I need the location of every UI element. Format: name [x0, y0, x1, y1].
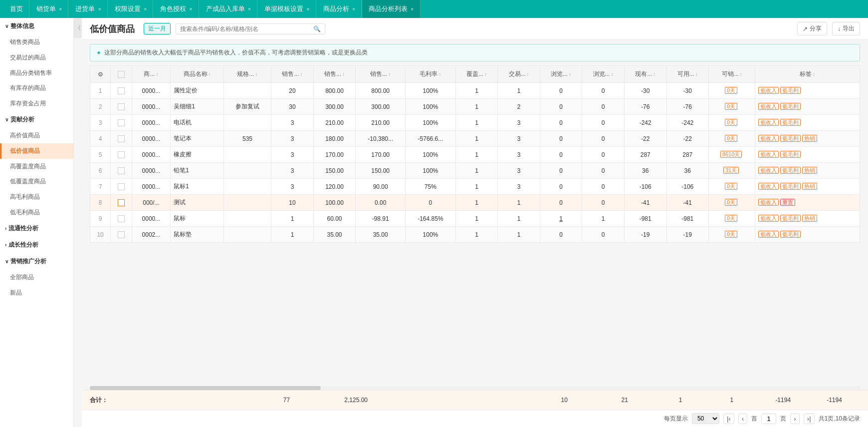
- sidebar-item-low-coverage[interactable]: 低覆盖度商品: [0, 174, 73, 189]
- sidebar-group-marketing[interactable]: ∨ 营销推广分析: [0, 253, 73, 270]
- th-curr[interactable]: 现有...↕: [624, 66, 666, 83]
- prev-page-btn[interactable]: ‹: [738, 414, 747, 424]
- tag: 低收入: [758, 231, 779, 238]
- row-checkbox[interactable]: [118, 151, 125, 158]
- nav-purchase[interactable]: 进货单 ×: [69, 0, 107, 18]
- th-name[interactable]: 商品名称↕: [171, 66, 223, 83]
- nav-products[interactable]: 产成品入库单 ×: [200, 0, 257, 18]
- first-page-btn[interactable]: |‹: [723, 414, 734, 424]
- nav-close-roles[interactable]: ×: [189, 6, 192, 12]
- export-icon: ↓: [838, 25, 841, 32]
- per-page-select[interactable]: 50 100 200: [692, 413, 719, 424]
- row-checkbox[interactable]: [118, 231, 125, 238]
- nav-roles[interactable]: 角色授权 ×: [154, 0, 199, 18]
- th-spec[interactable]: 规格...↕: [223, 66, 271, 83]
- sidebar-group-overall[interactable]: ∨ 整体信息: [0, 18, 73, 34]
- table-row: 5 0000... 橡皮擦 3 170.00 170.00 100% 1 3 0…: [90, 147, 860, 163]
- td-checkbox[interactable]: [111, 147, 132, 163]
- row-checkbox[interactable]: [118, 167, 125, 174]
- next-page-btn[interactable]: ›: [790, 414, 799, 424]
- browse1-link[interactable]: 1: [559, 215, 563, 222]
- th-sale[interactable]: 可销...↕: [709, 66, 755, 83]
- sidebar-item-in-stock[interactable]: 有库存的商品: [0, 80, 73, 96]
- date-tag-btn[interactable]: 近一月: [144, 23, 171, 34]
- th-s2[interactable]: 销售...↕: [313, 66, 356, 83]
- td-curr: -242: [624, 115, 666, 131]
- nav-templates[interactable]: 单据模板设置 ×: [258, 0, 316, 18]
- sidebar-item-stock-capital[interactable]: 库存资金占用: [0, 96, 73, 111]
- nav-close-products[interactable]: ×: [248, 6, 251, 12]
- nav-permissions[interactable]: 权限设置 ×: [109, 0, 153, 18]
- sidebar-item-low-value[interactable]: 低价值商品: [0, 143, 73, 159]
- row-checkbox[interactable]: [118, 199, 125, 206]
- th-settings[interactable]: ⚙: [90, 66, 111, 83]
- td-checkbox[interactable]: [111, 227, 132, 243]
- td-gm: 100%: [406, 147, 456, 163]
- th-s3[interactable]: 销售...↕: [356, 66, 406, 83]
- td-cov: 1: [455, 227, 498, 243]
- nav-analysis-list[interactable]: 商品分析列表 ×: [363, 0, 420, 18]
- nav-close-permissions[interactable]: ×: [144, 6, 147, 12]
- export-btn[interactable]: ↓ 导出: [832, 22, 860, 35]
- td-checkbox[interactable]: [111, 131, 132, 147]
- th-br2[interactable]: 浏览...↕: [582, 66, 625, 83]
- sidebar-item-high-margin[interactable]: 高毛利商品: [0, 189, 73, 205]
- row-checkbox[interactable]: [118, 183, 125, 190]
- td-checkbox[interactable]: [111, 195, 132, 211]
- td-checkbox[interactable]: [111, 179, 132, 195]
- sidebar-group-circulation[interactable]: › 流通性分析: [0, 220, 73, 237]
- th-s1[interactable]: 销售...↕: [271, 66, 314, 83]
- th-br1[interactable]: 浏览...↕: [540, 66, 582, 83]
- th-cov[interactable]: 覆盖...↕: [455, 66, 498, 83]
- th-checkbox[interactable]: [111, 66, 132, 83]
- row-checkbox[interactable]: [118, 119, 125, 126]
- nav-close-templates[interactable]: ×: [306, 6, 309, 12]
- sidebar-item-all[interactable]: 全部商品: [0, 270, 73, 285]
- th-avail[interactable]: 可用...↕: [666, 66, 709, 83]
- browse1-val: 0: [559, 135, 563, 142]
- nav-analysis[interactable]: 商品分析 ×: [317, 0, 362, 18]
- td-curr: -41: [624, 195, 666, 211]
- row-checkbox[interactable]: [118, 135, 125, 142]
- sidebar-item-new[interactable]: 新品: [0, 285, 73, 301]
- search-input[interactable]: [180, 25, 311, 32]
- sidebar-item-category-rate[interactable]: 商品分类销售率: [0, 65, 73, 81]
- row-checkbox[interactable]: [118, 103, 125, 110]
- sidebar-collapse-btn[interactable]: 《: [74, 18, 82, 38]
- share-btn[interactable]: ↗ 分享: [797, 22, 827, 35]
- sidebar-item-traded[interactable]: 交易过的商品: [0, 50, 73, 65]
- td-checkbox[interactable]: [111, 163, 132, 179]
- td-checkbox[interactable]: [111, 211, 132, 227]
- row-checkbox[interactable]: [118, 215, 125, 222]
- td-code: 0000...: [132, 179, 171, 195]
- td-checkbox[interactable]: [111, 99, 132, 115]
- sidebar-item-high-value[interactable]: 高价值商品: [0, 128, 73, 143]
- th-gm[interactable]: 毛利率↕: [406, 66, 456, 83]
- last-page-btn[interactable]: ›|: [804, 414, 815, 424]
- sidebar-item-sales-products[interactable]: 销售类商品: [0, 34, 73, 50]
- nav-sales[interactable]: 销货单 ×: [30, 0, 68, 18]
- day-tag: 0天: [725, 103, 737, 110]
- scroll-bar[interactable]: [90, 386, 321, 390]
- th-tags[interactable]: 标签↕: [755, 66, 860, 83]
- table-row: 6 0000... 铅笔1 3 150.00 150.00 100% 1 3 0…: [90, 163, 860, 179]
- sidebar-group-contribution[interactable]: ∨ 贡献分析: [0, 111, 73, 128]
- nav-close-purchase[interactable]: ×: [98, 6, 101, 12]
- th-trans[interactable]: 交易...↕: [498, 66, 540, 83]
- td-checkbox[interactable]: [111, 115, 132, 131]
- nav-close-sales[interactable]: ×: [59, 6, 62, 12]
- row-checkbox[interactable]: [118, 87, 125, 94]
- sidebar-item-high-coverage[interactable]: 高覆盖度商品: [0, 159, 73, 174]
- nav-close-analysis[interactable]: ×: [352, 6, 355, 12]
- nav-close-analysis-list[interactable]: ×: [411, 6, 414, 12]
- td-curr: -19: [624, 227, 666, 243]
- sidebar-item-low-margin[interactable]: 低毛利商品: [0, 205, 73, 220]
- td-spec: [223, 227, 271, 243]
- th-code[interactable]: 商...↕: [132, 66, 171, 83]
- page-input[interactable]: [761, 414, 776, 424]
- table-wrapper: ⚙ 商...↕ 商品名称↕ 规格...↕ 销售...↕ 销售...↕ 销售...…: [82, 65, 868, 386]
- nav-home[interactable]: 首页: [4, 0, 29, 18]
- header-checkbox[interactable]: [118, 71, 125, 78]
- sidebar-group-growth[interactable]: › 成长性分析: [0, 237, 73, 253]
- td-checkbox[interactable]: [111, 83, 132, 99]
